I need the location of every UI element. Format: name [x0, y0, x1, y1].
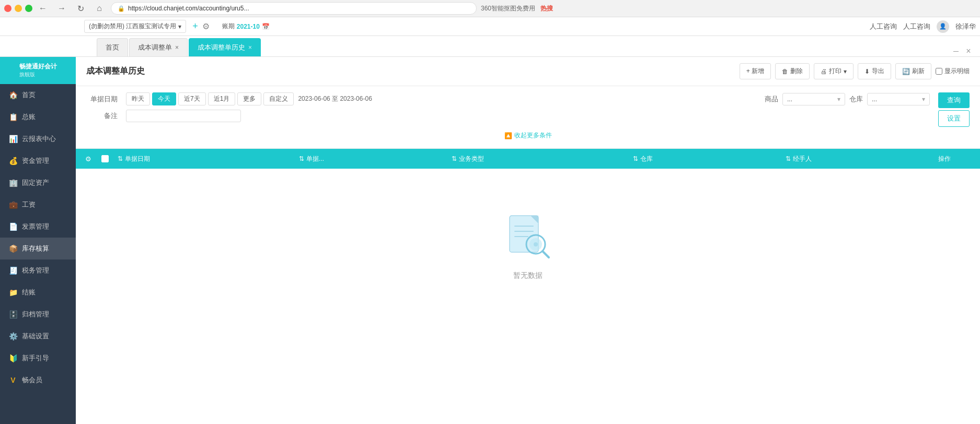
sort-icon-warehouse: ⇅ [633, 155, 638, 162]
sidebar-item-invoice[interactable]: 📄 发票管理 [0, 216, 76, 238]
sidebar-item-vip[interactable]: V 畅会员 [0, 369, 76, 391]
tab-cost-adjust[interactable]: 成本调整单 × [129, 38, 188, 56]
window-minimize-btn[interactable]: ─ [951, 46, 961, 56]
th-operator[interactable]: ⇅ 经手人 [781, 155, 934, 163]
th-settings[interactable]: ⚙ [80, 155, 97, 163]
sidebar-label-tax: 税务管理 [22, 266, 49, 275]
org-dropdown-icon: ▾ [178, 23, 181, 30]
tab-home[interactable]: 首页 [97, 38, 128, 56]
note-input[interactable] [126, 110, 241, 122]
sidebar-item-guide[interactable]: 🔰 新手引导 [0, 347, 76, 369]
query-button[interactable]: 查询 [938, 92, 970, 108]
warehouse-dots: ... [872, 96, 877, 103]
forward-button[interactable]: → [54, 1, 69, 16]
address-bar[interactable]: 🔒 https://cloud.chanjet.com/accounting/u… [111, 2, 477, 15]
search-label: 360智能抠图免费用 [481, 4, 535, 13]
print-icon: 🖨 [821, 68, 827, 75]
closing-icon: 📁 [8, 288, 18, 297]
sidebar-item-inventory[interactable]: 📦 库存核算 [0, 238, 76, 260]
content-tabs-bar: 首页 成本调整单 × 成本调整单历史 × ─ × [0, 36, 980, 57]
sidebar-item-ledger[interactable]: 📋 总账 [0, 106, 76, 128]
sidebar-item-closing[interactable]: 📁 结账 [0, 281, 76, 303]
delete-button[interactable]: 🗑 删除 [775, 63, 810, 79]
tab-cost-adjust-close[interactable]: × [175, 44, 179, 51]
org-selector[interactable]: (勿删勿禁用) 江西服宝测试专用 ▾ [84, 20, 186, 33]
tab-cost-adjust-history-close[interactable]: × [248, 44, 252, 51]
th-warehouse[interactable]: ⇅ 仓库 [629, 155, 781, 163]
sidebar-item-fixed-assets[interactable]: 🏢 固定资产 [0, 172, 76, 194]
sidebar-item-reports[interactable]: 📊 云报表中心 [0, 128, 76, 150]
avatar[interactable]: 👤 [937, 20, 949, 33]
sidebar-label-payroll: 工资 [22, 200, 36, 209]
sidebar-item-home[interactable]: 🏠 首页 [0, 84, 76, 106]
content-area: 成本调整单历史 + 新增 🗑 删除 🖨 打印 ▾ ⬇ 导出 🔄 [76, 57, 980, 424]
empty-state: 暂无数据 [76, 169, 980, 322]
settings-icon[interactable]: ⚙ [202, 21, 210, 31]
th-checkbox[interactable] [97, 155, 113, 162]
calendar-icon[interactable]: 📅 [262, 23, 270, 30]
sidebar-item-archive[interactable]: 🗄️ 归档管理 [0, 303, 76, 325]
goods-dropdown-icon: ▾ [837, 96, 840, 103]
browser-min-btn[interactable] [15, 5, 22, 12]
empty-text: 暂无数据 [513, 271, 543, 280]
consultant-btn[interactable]: 人工咨询 [870, 22, 897, 31]
date-btn-custom[interactable]: 自定义 [263, 92, 294, 105]
sidebar-item-payroll[interactable]: 💼 工资 [0, 194, 76, 216]
filter-row-note: 备注 [86, 110, 930, 122]
page-title: 成本调整单历史 [86, 66, 145, 77]
th-type[interactable]: ⇅ 业务类型 [447, 155, 629, 163]
sidebar-label-guide: 新手引导 [22, 354, 49, 363]
sidebar-label-inventory: 库存核算 [22, 244, 49, 253]
ledger-icon: 📋 [8, 113, 18, 121]
date-btn-more[interactable]: 更多 [237, 92, 261, 105]
date-btn-1month[interactable]: 近1月 [208, 92, 236, 105]
reload-button[interactable]: ↻ [73, 1, 88, 16]
th-num[interactable]: ⇅ 单据... [295, 155, 447, 163]
sidebar-item-tax[interactable]: 🧾 税务管理 [0, 260, 76, 281]
filter-area: 单据日期 昨天 今天 近7天 近1月 更多 自定义 2023-06-06 至 2… [76, 86, 980, 149]
sidebar-item-settings[interactable]: ⚙️ 基础设置 [0, 325, 76, 347]
new-button[interactable]: + 新增 [740, 63, 771, 79]
browser-max-btn[interactable] [25, 5, 32, 12]
add-org-btn[interactable]: + [192, 21, 198, 32]
back-button[interactable]: ← [36, 1, 50, 16]
sort-icon-date: ⇅ [118, 155, 123, 162]
date-btn-yesterday[interactable]: 昨天 [126, 92, 150, 105]
settings-menu-icon: ⚙️ [8, 332, 18, 340]
display-toggle[interactable]: 显示明细 [936, 67, 970, 76]
sidebar-label-ledger: 总账 [22, 112, 36, 122]
sidebar-item-funds[interactable]: 💰 资金管理 [0, 150, 76, 172]
filter-row-date: 单据日期 昨天 今天 近7天 近1月 更多 自定义 2023-06-06 至 2… [86, 92, 930, 105]
sidebar-label-archive: 归档管理 [22, 310, 49, 319]
warehouse-selector[interactable]: ... ▾ [867, 93, 930, 105]
tab-cost-adjust-history[interactable]: 成本调整单历史 × [189, 38, 261, 56]
select-all-checkbox[interactable] [101, 155, 109, 162]
date-filter-btns: 昨天 今天 近7天 近1月 更多 自定义 2023-06-06 至 2023-0… [126, 92, 372, 105]
invoice-icon: 📄 [8, 222, 18, 231]
home-button[interactable]: ⌂ [92, 1, 107, 16]
browser-titlebar: ← → ↻ ⌂ 🔒 https://cloud.chanjet.com/acco… [0, 0, 980, 17]
guide-icon: 🔰 [8, 354, 18, 362]
delete-icon: 🗑 [782, 68, 788, 75]
th-date[interactable]: ⇅ 单据日期 [113, 155, 295, 163]
period-label: 账期 [222, 22, 235, 31]
export-button[interactable]: ⬇ 导出 [858, 63, 891, 79]
collapse-filter-btn[interactable]: 🔼 收起更多条件 [504, 131, 552, 140]
browser-close-btn[interactable] [4, 5, 11, 12]
warehouse-dropdown-icon: ▾ [922, 96, 925, 103]
window-close-btn[interactable]: × [963, 46, 974, 56]
display-toggle-checkbox[interactable] [936, 68, 942, 75]
export-icon: ⬇ [864, 68, 870, 75]
user-name: 人工咨询 [903, 22, 930, 31]
tab-cost-adjust-history-label: 成本调整单历史 [198, 43, 245, 52]
refresh-button[interactable]: 🔄 刷新 [895, 63, 931, 79]
column-settings-icon[interactable]: ⚙ [85, 155, 91, 163]
date-btn-7days[interactable]: 近7天 [178, 92, 206, 105]
date-filter-label: 单据日期 [86, 95, 118, 104]
goods-selector[interactable]: ... ▾ [782, 93, 845, 105]
sidebar-label-settings: 基础设置 [22, 332, 49, 341]
setting-button[interactable]: 设置 [938, 110, 970, 127]
print-button[interactable]: 🖨 打印 ▾ [814, 63, 854, 79]
inventory-icon: 📦 [8, 244, 18, 253]
date-btn-today[interactable]: 今天 [152, 92, 176, 105]
